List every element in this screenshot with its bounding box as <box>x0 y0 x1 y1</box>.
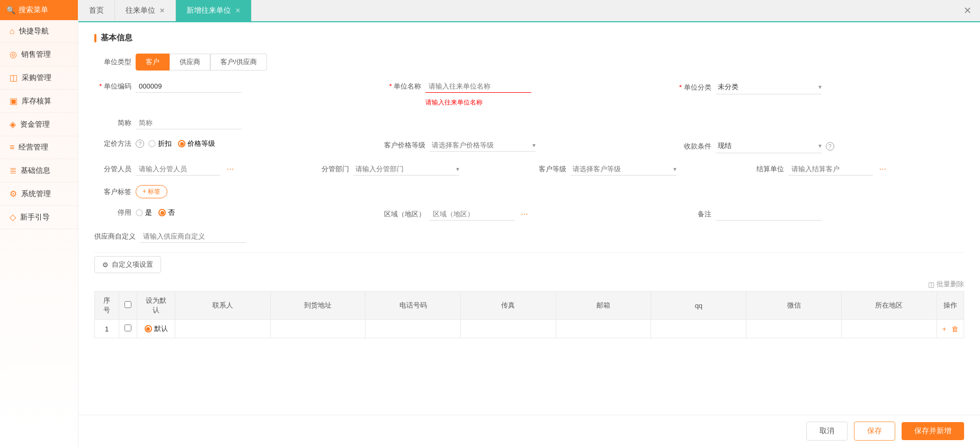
shortcuts-icon: ⌂ <box>10 27 15 36</box>
close-all-tabs[interactable]: ✕ <box>955 5 980 16</box>
sidebar-item-shortcuts[interactable]: ⌂ 快捷导航 <box>0 20 78 43</box>
tab-home[interactable]: 首页 <box>78 0 115 21</box>
sidebar-item-sales-label: 销售管理 <box>21 50 51 59</box>
row-phone <box>366 320 461 338</box>
radio-level-label: 价格等级 <box>188 139 215 148</box>
tab-new-contact-close[interactable]: ✕ <box>235 7 240 14</box>
contacts-table: 序号 设为默认 联系人 到货地址 电话号码 传真 邮箱 qq 微信 所在地区 操… <box>94 291 964 338</box>
tab-contacts-close[interactable]: ✕ <box>159 7 165 14</box>
row-contact <box>175 320 270 338</box>
unit-type-both[interactable]: 客户/供应商 <box>210 54 267 71</box>
email-input[interactable] <box>562 325 646 333</box>
row-region-input[interactable] <box>847 325 931 333</box>
sales-icon: ◎ <box>10 49 17 59</box>
manager-more[interactable]: ··· <box>225 164 236 174</box>
qq-input[interactable] <box>656 325 741 333</box>
save-new-button[interactable]: 保存并新增 <box>902 422 964 440</box>
short-name-field: 简称 <box>94 117 964 129</box>
payment-terms-dropdown[interactable]: 现结 ▾ <box>716 139 822 153</box>
manager-field: 分管人员 ··· <box>94 163 312 176</box>
search-menu[interactable]: 🔍 搜索菜单 <box>0 0 78 20</box>
dept-dropdown[interactable]: ▾ <box>353 163 459 176</box>
sidebar-item-inventory-label: 库存核算 <box>22 97 51 106</box>
sidebar-item-basic[interactable]: ≣ 基础信息 <box>0 159 78 182</box>
row-select-checkbox[interactable] <box>124 325 131 331</box>
batch-delete-label[interactable]: 批量删除 <box>937 279 964 289</box>
customer-price-dropdown[interactable]: ▾ <box>430 139 536 152</box>
gear-icon: ⚙ <box>102 261 109 269</box>
footer: 取消 保存 保存并新增 <box>78 415 980 447</box>
add-tag-button[interactable]: + 标签 <box>136 185 167 198</box>
settle-unit-input[interactable] <box>788 163 873 176</box>
customer-level-input[interactable] <box>571 163 673 175</box>
settle-unit-more[interactable]: ··· <box>877 164 888 174</box>
unit-type-customer[interactable]: 客户 <box>136 54 170 71</box>
guide-icon: ◇ <box>10 212 16 222</box>
disabled-field: 停用 是 否 <box>94 208 384 217</box>
save-button[interactable]: 保存 <box>854 422 895 441</box>
col-index: 序号 <box>95 292 119 320</box>
sidebar-item-system[interactable]: ⚙ 系统管理 <box>0 182 78 206</box>
contact-input[interactable] <box>181 325 265 333</box>
pricing-method-field: 定价方法 ? 折扣 价格等级 <box>94 139 384 148</box>
tab-new-contact[interactable]: 新增往来单位 ✕ <box>176 0 252 21</box>
radio-yes[interactable]: 是 <box>136 208 152 217</box>
short-name-input[interactable] <box>136 117 242 129</box>
remark-input[interactable] <box>716 208 822 221</box>
batch-delete-icon: ◫ <box>928 281 934 288</box>
custom-settings-button[interactable]: ⚙ 自定义项设置 <box>94 256 161 273</box>
customer-level-dropdown[interactable]: ▾ <box>571 163 676 176</box>
search-icon: 🔍 <box>6 6 15 14</box>
unit-type-row: 单位类型 客户 供应商 客户/供应商 <box>94 54 964 71</box>
unit-category-label: 单位分类 <box>674 83 711 92</box>
radio-no[interactable]: 否 <box>158 208 175 217</box>
system-icon: ⚙ <box>10 189 17 199</box>
sidebar-item-purchase[interactable]: ◫ 采购管理 <box>0 66 78 90</box>
dept-input[interactable] <box>353 163 456 175</box>
unit-type-supplier[interactable]: 供应商 <box>170 54 210 71</box>
region-more[interactable]: ··· <box>519 209 530 219</box>
sidebar-item-management[interactable]: ≡ 经营管理 <box>0 136 78 159</box>
pricing-help-icon[interactable]: ? <box>136 139 144 148</box>
row-checkbox <box>119 320 137 338</box>
remark-label: 备注 <box>674 209 711 219</box>
sidebar-item-inventory[interactable]: ▣ 库存核算 <box>0 90 78 113</box>
unit-code-field: 单位编码 <box>94 80 384 93</box>
manager-input[interactable] <box>136 163 220 176</box>
unit-category-dropdown[interactable]: 未分类 ▾ <box>716 80 822 94</box>
unit-name-input[interactable] <box>425 80 531 93</box>
payment-help-icon[interactable]: ? <box>826 142 834 151</box>
tab-contacts[interactable]: 往来单位 ✕ <box>115 0 176 21</box>
form-content: 基本信息 单位类型 客户 供应商 客户/供应商 单位编码 单位名称 <box>78 22 980 415</box>
col-phone: 电话号码 <box>366 292 461 320</box>
col-qq: qq <box>651 292 746 320</box>
address-input[interactable] <box>276 325 360 333</box>
row-default-radio[interactable]: 默认 <box>142 324 170 334</box>
sidebar-item-sales[interactable]: ◎ 销售管理 <box>0 43 78 66</box>
customer-price-input[interactable] <box>430 139 532 151</box>
sidebar: 🔍 搜索菜单 ⌂ 快捷导航 ◎ 销售管理 ◫ 采购管理 ▣ 库存核算 ◈ 资金管… <box>0 0 78 447</box>
cancel-button[interactable]: 取消 <box>806 422 848 441</box>
wechat-input[interactable] <box>752 325 836 333</box>
section-title-label: 基本信息 <box>101 33 132 43</box>
section-title: 基本信息 <box>94 33 964 43</box>
region-input[interactable] <box>430 208 514 221</box>
add-row-btn[interactable]: + <box>942 325 947 333</box>
radio-discount[interactable]: 折扣 <box>148 139 172 148</box>
unit-category-arrow: ▾ <box>818 83 822 91</box>
fax-input[interactable] <box>466 325 550 333</box>
radio-level[interactable]: 价格等级 <box>178 139 215 148</box>
col-fax: 传真 <box>461 292 556 320</box>
supplier-custom-input[interactable] <box>140 230 246 243</box>
short-name-row: 简称 <box>94 117 964 129</box>
sidebar-item-finance[interactable]: ◈ 资金管理 <box>0 113 78 136</box>
sidebar-item-guide[interactable]: ◇ 新手引导 <box>0 206 78 229</box>
settle-unit-field: 结算单位 ··· <box>747 163 965 176</box>
select-all-checkbox[interactable] <box>124 301 131 308</box>
radio-level-circle <box>178 140 185 147</box>
phone-input[interactable] <box>371 325 455 333</box>
unit-code-input[interactable] <box>136 80 242 93</box>
unit-code-label: 单位编码 <box>94 82 131 91</box>
search-menu-label: 搜索菜单 <box>19 5 48 15</box>
delete-row-btn[interactable]: 🗑 <box>951 325 958 333</box>
